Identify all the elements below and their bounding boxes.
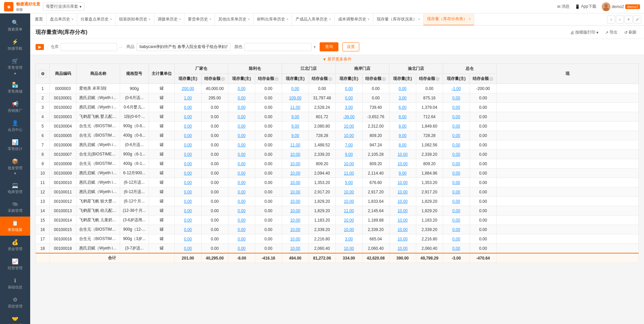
svg-text:畅: 畅 bbox=[7, 5, 10, 9]
sidebar-item-inventory[interactable]: 📋 库存核算 bbox=[0, 217, 30, 236]
th-factory-store: 厂家仓 bbox=[174, 64, 228, 74]
tab-close-icon[interactable]: × bbox=[368, 17, 370, 21]
tab-expand-btn[interactable]: ⤢ bbox=[633, 15, 641, 24]
export-icon: ↗ bbox=[605, 30, 608, 35]
tab-inventory-check-history[interactable]: 盘点单历史 × bbox=[47, 13, 77, 26]
tab-cost-adjust[interactable]: 成本调整单历史 × bbox=[335, 13, 373, 26]
expand-conditions-row: ▼ 展开更多条件 bbox=[30, 55, 644, 63]
table-row: 400100003飞鹤星飞帆 婴儿配方奶...1段(0-6个...罐0.000.… bbox=[36, 112, 639, 122]
th-nh-amt: 结存金额ⓘ bbox=[362, 74, 389, 84]
page-header: 现存量查询(库存分布) 🖨 按模版打印 ▾ ↗ 导出 ↺ bbox=[30, 26, 644, 39]
settings-gear[interactable]: ⚙ bbox=[39, 70, 47, 78]
orange-expand-btn[interactable]: ▶ bbox=[36, 44, 44, 50]
print-btn[interactable]: 🖨 按模版打印 ▾ bbox=[568, 29, 600, 36]
sidebar-item-mall[interactable]: 🏪 零售商城 bbox=[0, 78, 30, 97]
marketing-icon: 📢 bbox=[12, 101, 18, 107]
sidebar-item-operations[interactable]: 📈 经营管理 bbox=[0, 255, 30, 274]
sidebar-item-search[interactable]: 🔍 搜索英单 bbox=[0, 16, 30, 35]
tab-stock-status[interactable]: 现存量（库存状况表） × bbox=[373, 13, 424, 26]
refresh-btn[interactable]: ↺ 刷新 bbox=[622, 29, 639, 36]
message-icon: ✉ bbox=[557, 4, 560, 9]
query-button[interactable]: 查询 bbox=[320, 42, 338, 51]
info-icon[interactable]: ⓘ bbox=[436, 77, 440, 81]
th-c-amt: 结存金额ⓘ bbox=[255, 74, 282, 84]
warehouse-input[interactable] bbox=[61, 43, 117, 51]
table-row: 10000003爱他美 卓萃3段900g罐200.0040,000.000.00… bbox=[36, 84, 639, 93]
sidebar-item-system[interactable]: ⚙ 系统管理 bbox=[0, 293, 30, 312]
th-jiangbei-store: 江北门店 bbox=[282, 64, 335, 74]
app-download-btn[interactable]: 📱 App下载 bbox=[575, 4, 596, 9]
sidebar-item-collaboration[interactable]: 🤝 企业协同 bbox=[0, 312, 30, 324]
tab-stock-distribution[interactable]: 现存量（库存分布表） × bbox=[424, 13, 474, 26]
th-yb-qty: 现存量(主) bbox=[389, 74, 416, 84]
expand-conditions-btn[interactable]: ▼ 展开更多条件 bbox=[323, 56, 352, 62]
sidebar-item-retail-mgmt[interactable]: 🛒 零售管理 ▲ bbox=[0, 54, 30, 78]
tab-assemble-history[interactable]: 组装拆卸单历史 × bbox=[116, 13, 154, 26]
page-actions: 🖨 按模版打印 ▾ ↗ 导出 ↺ 刷新 bbox=[568, 29, 639, 36]
purchase-icon: 🛍 bbox=[12, 201, 18, 207]
sidebar-item-basic-info[interactable]: ℹ 基础信息 bbox=[0, 274, 30, 293]
tab-close-icon[interactable]: × bbox=[209, 17, 211, 21]
user-area[interactable]: demo2 demo2 bbox=[602, 2, 640, 11]
goods-label: 商品 bbox=[126, 44, 135, 50]
print-icon: 🖨 bbox=[570, 30, 574, 35]
content-area: 首页 盘点单历史 × 分量盘点单历史 × 组装拆卸单历史 × 调拨单历史 × 要… bbox=[30, 13, 644, 324]
info-icon[interactable]: ⓘ bbox=[275, 77, 279, 81]
goods-field: 商品 bbox=[126, 43, 230, 51]
tab-close-icon[interactable]: × bbox=[418, 17, 420, 21]
setting-button[interactable]: 设置 bbox=[342, 42, 359, 51]
total-row: 合计201.0040,295.00-8.00-416.16494.0081,27… bbox=[36, 253, 639, 263]
tab-close-all-btn[interactable]: × bbox=[625, 15, 633, 24]
tab-close-icon[interactable]: × bbox=[71, 17, 73, 21]
tab-close-icon[interactable]: × bbox=[469, 17, 471, 21]
industry-selector[interactable]: 母婴行业演示库套 ▾ bbox=[43, 2, 85, 11]
th-t-qty: 现存量(主) bbox=[443, 74, 470, 84]
table-row: 800100007合生元(BIOSTIME)浓...900g（6-1...罐0.… bbox=[36, 150, 639, 159]
sidebar-item-ecommerce[interactable]: 💻 电商管理 bbox=[0, 179, 30, 198]
info-icon[interactable]: ⓘ bbox=[382, 77, 386, 81]
info-icon[interactable]: ⓘ bbox=[489, 77, 493, 81]
message-btn[interactable]: ✉ 消息 bbox=[557, 4, 570, 9]
sidebar-item-wholesale[interactable]: 📦 批发管理 ▼ bbox=[0, 155, 30, 179]
download-icon: 📱 bbox=[575, 4, 580, 9]
sidebar-item-member[interactable]: 👤 会员中心 bbox=[0, 117, 30, 136]
info-icon[interactable]: ⓘ bbox=[221, 77, 225, 81]
search-icon: 🔍 bbox=[12, 19, 18, 26]
tab-finished-goods[interactable]: 产成品入库单历史 × bbox=[292, 13, 335, 26]
tab-close-icon[interactable]: × bbox=[149, 17, 151, 21]
warehouse-more-icon[interactable]: ··· bbox=[119, 45, 122, 49]
color-label: 颜色 bbox=[234, 44, 243, 50]
expand-icon: ▲ bbox=[13, 71, 17, 75]
info-icon[interactable]: ⓘ bbox=[328, 77, 332, 81]
color-input[interactable] bbox=[245, 43, 312, 51]
tab-close-icon[interactable]: × bbox=[248, 17, 250, 21]
tab-qty-check-history[interactable]: 分量盘点单历史 × bbox=[77, 13, 116, 26]
table-container: ⚙ 商品编码 商品名称 规格型号 主计量单位 厂家仓 陈利仓 江北门店 南岸门店… bbox=[30, 63, 644, 324]
tab-next-btn[interactable]: › bbox=[616, 15, 624, 24]
top-bar: 畅 畅捷通好生意 标版 母婴行业演示库套 ▾ ✉ 消息 📱 App下载 demo… bbox=[0, 0, 644, 13]
sidebar-item-finance[interactable]: 💰 资金管理 bbox=[0, 236, 30, 255]
warehouse-field: 仓库 ··· bbox=[51, 43, 122, 51]
th-settings: ⚙ bbox=[36, 64, 50, 84]
tab-order-history[interactable]: 要货单历史 × bbox=[184, 13, 215, 26]
tab-other-outbound[interactable]: 其他出库单历史 × bbox=[215, 13, 254, 26]
tab-close-icon[interactable]: × bbox=[286, 17, 288, 21]
table-row: 900100008合生元（BIOSTIME）...400g（6-1...罐0.0… bbox=[36, 159, 639, 169]
tab-close-icon[interactable]: × bbox=[110, 17, 112, 21]
nav-icon: ⚡ bbox=[12, 39, 18, 45]
tab-transfer-history[interactable]: 调拨单历史 × bbox=[154, 13, 185, 26]
sidebar-item-purchase[interactable]: 🛍 采购管理 bbox=[0, 198, 30, 217]
tab-close-icon[interactable]: × bbox=[179, 17, 181, 21]
tab-prev-btn[interactable]: ‹ bbox=[607, 15, 615, 24]
sidebar-item-retail-stats[interactable]: 📊 零售统计 bbox=[0, 136, 30, 155]
table-row: 1400100013飞鹤星飞帆 幼儿配方奶...(12-36个月...罐0.00… bbox=[36, 206, 639, 216]
tab-close-icon[interactable]: × bbox=[329, 17, 331, 21]
goods-input[interactable] bbox=[137, 43, 230, 51]
color-dropdown-icon[interactable]: ▾ bbox=[314, 45, 316, 49]
th-total: 总仓 bbox=[443, 64, 496, 74]
sidebar-item-marketing[interactable]: 📢 营销推广 bbox=[0, 97, 30, 117]
tab-home[interactable]: 首页 bbox=[32, 13, 47, 26]
export-btn[interactable]: ↗ 导出 bbox=[603, 29, 620, 36]
sidebar-item-nav[interactable]: ⚡ 快捷导航 bbox=[0, 35, 30, 54]
tab-material-outbound[interactable]: 材料出库单历史 × bbox=[254, 13, 292, 26]
